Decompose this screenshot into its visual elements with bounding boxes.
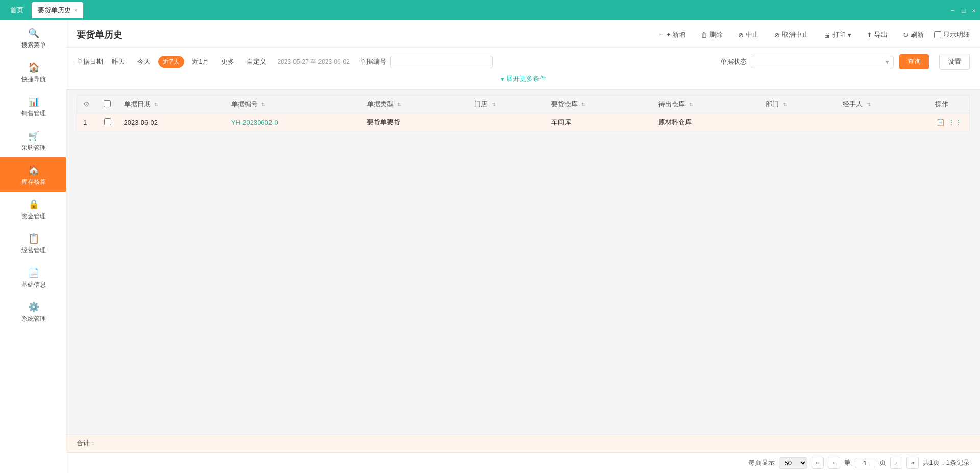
row-pending-warehouse: 原材料仓库 [652,113,760,131]
doc-number-label: 单据编号 [360,57,386,66]
col-actions-label: 操作 [935,100,948,108]
delete-button[interactable]: 🗑 删除 [696,28,728,42]
col-doc-date-sort-icon[interactable]: ⇅ [154,102,158,107]
operations-mgmt-icon: 📋 [28,233,39,244]
basic-info-icon: 📄 [28,267,39,278]
expand-more: ▾ 展开更多条件 [77,70,970,83]
print-button[interactable]: 🖨 打印 ▾ [819,28,856,42]
data-table: ⚙ 单据日期 ⇅ 单据编号 ⇅ [77,95,970,131]
system-mgmt-icon: ⚙️ [28,301,39,313]
window-restore[interactable]: □ [962,7,966,14]
tab-requisition-history[interactable]: 要货单历史 × [32,2,83,18]
table-settings-gear[interactable]: ⚙ [83,100,90,108]
date-more-btn[interactable]: 更多 [216,56,239,68]
doc-status-label: 单据状态 [720,57,747,66]
tab-requisition-history-label: 要货单历史 [38,6,71,15]
refresh-button[interactable]: ↻ 刷新 [898,28,929,42]
sidebar-item-inventory[interactable]: 🏠 库存核算 [0,157,66,192]
row-doc-type: 要货单要货 [361,113,468,131]
col-pending-warehouse-sort-icon[interactable]: ⇅ [689,102,693,107]
sidebar-item-system-mgmt[interactable]: ⚙️ 系统管理 [0,294,66,328]
tab-home-label: 首页 [10,6,23,15]
col-pending-warehouse-label: 待出仓库 [658,100,685,108]
sidebar-item-inventory-label: 库存核算 [21,178,46,186]
sidebar-item-basic-info-label: 基础信息 [21,280,46,289]
row-view-button[interactable]: 📋 [936,118,945,126]
query-button[interactable]: 查询 [899,54,929,69]
page-size-select[interactable]: 50 10 20 100 [779,457,807,469]
page-number-input[interactable] [855,458,875,468]
inventory-icon: 🏠 [28,164,39,176]
date-today-btn[interactable]: 今天 [133,56,155,68]
doc-status-input[interactable] [751,56,894,68]
tab-close-icon[interactable]: × [74,7,77,13]
doc-number-input[interactable] [390,56,493,68]
sidebar-item-finance-mgmt-label: 资金管理 [21,212,46,221]
row-checkbox[interactable] [104,118,111,125]
table-footer: 合计： [66,434,980,452]
sidebar-item-finance-mgmt[interactable]: 🔒 资金管理 [0,192,66,226]
col-doc-number-sort-icon[interactable]: ⇅ [261,102,265,107]
prev-page-button[interactable]: ‹ [828,457,840,469]
last-page-button[interactable]: » [906,457,919,469]
sidebar-item-search-menu[interactable]: 🔍 搜索菜单 [0,20,66,55]
row-index: 1 [77,113,97,131]
row-more-button[interactable]: ⋮⋮ [948,118,962,126]
row-doc-number-link[interactable]: YH-20230602-0 [231,119,278,126]
col-actions: 操作 [929,96,970,113]
print-dropdown-icon: ▾ [848,31,851,39]
sidebar-item-purchase-mgmt[interactable]: 🛒 采购管理 [0,123,66,157]
settings-button[interactable]: 设置 [939,54,970,70]
row-store [468,113,545,131]
next-page-button[interactable]: › [890,457,902,469]
stop-button[interactable]: ⊘ 中止 [733,28,764,42]
col-department-sort-icon[interactable]: ⇅ [783,102,787,107]
row-req-warehouse: 车间库 [545,113,652,131]
new-icon: ＋ [658,30,665,39]
sales-mgmt-icon: 📊 [28,96,39,107]
col-doc-type-sort-icon[interactable]: ⇅ [397,102,401,107]
display-detail-toggle[interactable]: 显示明细 [934,30,970,39]
export-button[interactable]: ⬆ 导出 [862,28,893,42]
print-label: 打印 [832,30,846,39]
date-custom-btn[interactable]: 自定义 [242,56,271,68]
search-menu-icon: 🔍 [28,28,39,39]
col-doc-type-label: 单据类型 [367,100,394,108]
display-detail-label: 显示明细 [943,30,970,39]
row-handler [837,113,929,131]
col-req-warehouse-label: 要货仓库 [551,100,578,108]
doc-status-dropdown-icon[interactable]: ▾ [886,58,889,66]
sidebar-item-search-menu-label: 搜索菜单 [21,41,46,50]
date-last1month-btn[interactable]: 近1月 [187,56,213,68]
date-filter-options: 昨天 今天 近7天 近1月 更多 自定义 [107,56,271,68]
date-yesterday-btn[interactable]: 昨天 [107,56,130,68]
display-detail-checkbox[interactable] [934,31,941,38]
pagination-total-info: 共1页，1条记录 [923,458,970,467]
tab-home[interactable]: 首页 [4,2,30,18]
sidebar-item-operations-mgmt[interactable]: 📋 经营管理 [0,226,66,260]
row-checkbox-cell [97,113,118,131]
sidebar-item-basic-info[interactable]: 📄 基础信息 [0,260,66,294]
col-req-warehouse-sort-icon[interactable]: ⇅ [581,102,585,107]
delete-icon: 🗑 [701,31,707,39]
top-bar: 首页 要货单历史 × － □ × [0,0,980,20]
col-store-sort-icon[interactable]: ⇅ [492,102,496,107]
window-minimize[interactable]: － [949,6,956,15]
date-filter-label: 单据日期 [77,57,103,66]
row-action-buttons: 📋 ⋮⋮ [935,118,964,126]
cancel-stop-button[interactable]: ⊘ 取消中止 [769,28,814,42]
window-close[interactable]: × [972,7,976,14]
new-button[interactable]: ＋ + 新增 [653,28,691,42]
refresh-label: 刷新 [911,30,924,39]
sidebar-item-quick-nav[interactable]: 🏠 快捷导航 [0,55,66,89]
col-handler-sort-icon[interactable]: ⇅ [867,102,871,107]
sidebar-item-sales-mgmt[interactable]: 📊 销售管理 [0,89,66,123]
select-all-checkbox[interactable] [104,100,111,107]
first-page-button[interactable]: « [812,457,824,469]
row-department [760,113,837,131]
stop-label: 中止 [746,30,759,39]
settings-label: 设置 [948,57,961,66]
date-last7days-btn[interactable]: 近7天 [158,56,184,68]
stop-icon: ⊘ [738,31,744,39]
expand-conditions-btn[interactable]: ▾ 展开更多条件 [501,74,546,83]
